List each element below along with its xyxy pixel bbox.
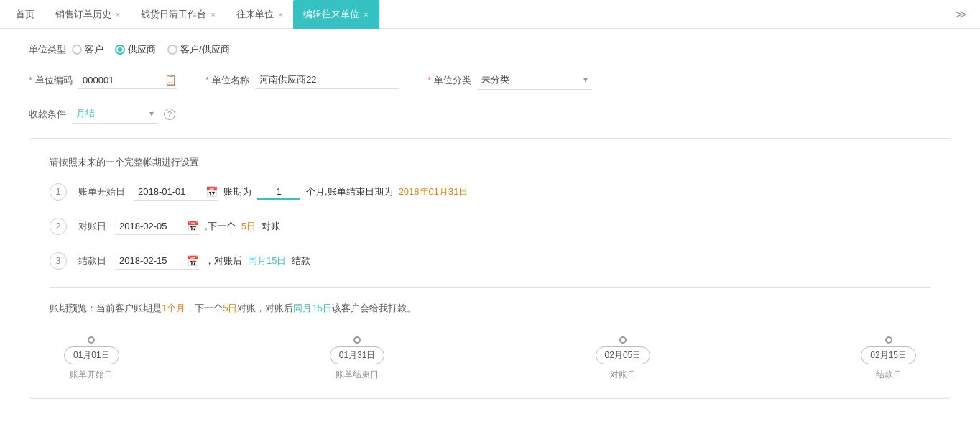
unit-category-chevron: ▾ — [583, 75, 588, 85]
timeline-dot-2 — [353, 336, 361, 344]
unit-category-field: * 单位分类 未分类 ▾ — [427, 70, 592, 90]
step3-prefix: ，对账后 — [205, 254, 242, 267]
timeline-line — [93, 344, 887, 344]
step-row-1: 1 账单开始日 📅 账期为 个月,账单结束日期为 2018年01月31日 — [50, 183, 930, 201]
payment-value: 月结 — [76, 107, 145, 120]
preview-prefix: 账期预览：当前客户账期是 — [50, 303, 162, 313]
timeline-label-3: 对账日 — [610, 369, 636, 381]
radio-customer[interactable]: 客户 — [72, 43, 103, 56]
timeline-badge-1: 01月01日 — [64, 346, 119, 364]
timeline-dot-4 — [885, 336, 892, 344]
step3-highlight: 同月15日 — [248, 254, 286, 267]
unit-type-row: 单位类型 客户 供应商 客户/供应商 — [29, 43, 951, 56]
tab-partner-units[interactable]: 往来单位 × — [226, 0, 293, 29]
step-label-1: 账单开始日 — [78, 185, 125, 198]
step3-suffix: 结款 — [292, 254, 310, 267]
period-input[interactable] — [257, 185, 300, 200]
step1-date-input[interactable] — [134, 183, 205, 200]
unit-category-select[interactable]: 未分类 ▾ — [477, 70, 592, 90]
step-num-2: 2 — [50, 218, 67, 235]
tab-partner-label: 往来单位 — [236, 8, 274, 21]
unit-code-field: * 单位编码 📋 — [29, 72, 177, 89]
radio-customer-label: 客户 — [85, 43, 103, 56]
step-row-2: 2 对账日 📅 ,下一个 5日 对账 — [50, 218, 930, 235]
expand-icon: ≫ — [955, 8, 967, 20]
unit-name-field: * 单位名称 — [205, 72, 399, 89]
payment-row: 收款条件 月结 ▾ ? — [29, 104, 951, 124]
tabs-expand-button[interactable]: ≫ — [948, 7, 974, 21]
timeline-badge-4: 02月15日 — [861, 346, 916, 364]
tab-cash-label: 钱货日清工作台 — [141, 8, 206, 21]
preview-suffix: 该客户会给我打款。 — [332, 303, 416, 313]
step-content-2: 📅 ,下一个 5日 对账 — [115, 218, 280, 235]
unit-code-icon[interactable]: 📋 — [165, 74, 177, 86]
tab-cash-close[interactable]: × — [211, 10, 215, 19]
tab-edit-partner[interactable]: 编辑往来单位 × — [293, 0, 379, 29]
step1-suffix: 账期为 — [223, 185, 251, 198]
step-num-1: 1 — [50, 183, 67, 201]
timeline-label-1: 账单开始日 — [70, 369, 113, 381]
tab-home-label: 首页 — [16, 8, 34, 21]
timeline-node-2: 01月31日 账单结束日 — [330, 336, 385, 381]
unit-category-label: 单位分类 — [434, 74, 471, 87]
step-label-3: 结款日 — [78, 254, 106, 267]
tab-sales-close[interactable]: × — [116, 10, 120, 19]
unit-code-input[interactable] — [78, 72, 165, 88]
tab-partner-close[interactable]: × — [278, 10, 282, 19]
preview-section: 账期预览：当前客户账期是1个月，下一个5日对账，对账后同月15日该客户会给我打款… — [50, 287, 930, 381]
unit-category-value: 未分类 — [481, 73, 579, 86]
tab-home[interactable]: 首页 — [6, 0, 45, 29]
unit-name-star: * — [205, 75, 209, 86]
step3-date-input[interactable] — [115, 252, 187, 269]
tab-edit-close[interactable]: × — [364, 10, 368, 19]
step3-date-wrapper: 📅 — [115, 252, 199, 270]
payment-label: 收款条件 — [29, 108, 66, 121]
unit-type-field: 单位类型 客户 供应商 客户/供应商 — [29, 43, 230, 56]
timeline-node-4: 02月15日 结款日 — [861, 336, 916, 381]
radio-supplier[interactable]: 供应商 — [115, 43, 156, 56]
step2-highlight: 5日 — [241, 220, 256, 233]
unit-type-radio-group: 客户 供应商 客户/供应商 — [72, 43, 230, 56]
payment-select[interactable]: 月结 ▾ — [72, 104, 158, 124]
preview-mid1: ，下一个 — [185, 303, 223, 313]
timeline-dot-1 — [88, 336, 95, 344]
radio-both-circle — [167, 45, 177, 55]
unit-info-row: * 单位编码 📋 * 单位名称 * 单位分类 未分类 ▾ — [29, 70, 951, 90]
step1-cal-icon[interactable]: 📅 — [205, 186, 218, 198]
step1-date-wrapper: 📅 — [134, 183, 218, 201]
unit-name-input[interactable] — [255, 72, 399, 89]
radio-customer-circle — [72, 45, 82, 55]
radio-supplier-circle — [115, 45, 125, 55]
tab-cash-work[interactable]: 钱货日清工作台 × — [131, 0, 226, 29]
tab-sales-label: 销售订单历史 — [55, 8, 111, 21]
radio-supplier-label: 供应商 — [128, 43, 156, 56]
unit-code-input-wrapper: 📋 — [78, 72, 177, 89]
tab-edit-label: 编辑往来单位 — [303, 8, 359, 21]
timeline-badge-3: 02月05日 — [596, 346, 651, 364]
preview-text: 账期预览：当前客户账期是1个月，下一个5日对账，对账后同月15日该客户会给我打款… — [50, 302, 930, 315]
payment-chevron: ▾ — [149, 109, 154, 119]
preview-orange1: 1个月 — [162, 303, 185, 313]
preview-orange2: 5日 — [223, 303, 237, 313]
radio-both-label: 客户/供应商 — [180, 43, 230, 56]
step2-prefix: ,下一个 — [205, 220, 236, 233]
preview-mid2: 对账，对账后 — [237, 303, 293, 313]
main-content: 单位类型 客户 供应商 客户/供应商 * 单位编码 — [0, 29, 980, 437]
radio-both[interactable]: 客户/供应商 — [167, 43, 230, 56]
timeline-node-1: 01月01日 账单开始日 — [64, 336, 119, 381]
unit-category-star: * — [427, 75, 431, 86]
step2-date-input[interactable] — [115, 218, 187, 234]
step2-date-wrapper: 📅 — [115, 218, 199, 235]
timeline-badge-2: 01月31日 — [330, 346, 385, 364]
payment-field: 收款条件 月结 ▾ ? — [29, 104, 175, 124]
step3-cal-icon[interactable]: 📅 — [187, 255, 199, 267]
preview-teal: 同月15日 — [293, 303, 331, 313]
step2-suffix: 对账 — [262, 220, 280, 233]
unit-code-label: 单位编码 — [35, 74, 73, 87]
tab-sales-history[interactable]: 销售订单历史 × — [45, 0, 131, 29]
payment-help-icon[interactable]: ? — [164, 109, 175, 120]
step1-period-unit: 个月,账单结束日期为 — [306, 185, 393, 198]
unit-type-label: 单位类型 — [29, 43, 66, 56]
step1-highlight: 2018年01月31日 — [399, 185, 468, 198]
step2-cal-icon[interactable]: 📅 — [187, 221, 199, 232]
